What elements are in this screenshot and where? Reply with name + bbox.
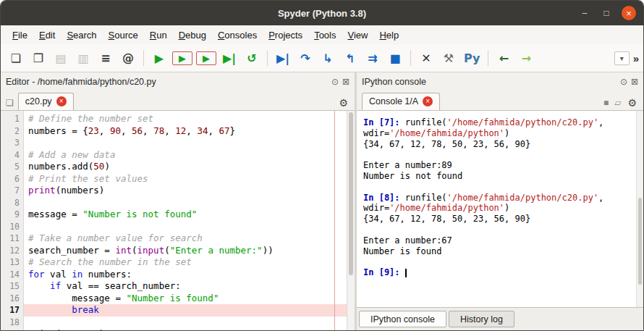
- spyder-window: Spyder (Python 3.8) – □ × File Edit Sear…: [0, 0, 644, 331]
- new-file-icon[interactable]: ❏: [5, 49, 27, 67]
- code-line[interactable]: # Search the number in the set: [28, 256, 347, 269]
- editor-tab-bar: ❏ c20.py × ⚙: [1, 90, 355, 110]
- code-line[interactable]: print(numbers): [28, 185, 347, 197]
- run-cell-icon[interactable]: ▶: [172, 51, 192, 65]
- code-line[interactable]: # Add a new data: [28, 149, 347, 162]
- file-switcher-icon[interactable]: ≡: [95, 49, 116, 67]
- continue-execution-icon[interactable]: ⇉: [362, 49, 384, 67]
- console-tab-close-icon[interactable]: ×: [423, 96, 433, 106]
- tab-label: c20.py: [25, 96, 52, 106]
- console-options-icon[interactable]: ⚙: [624, 97, 640, 110]
- maximize-button[interactable]: □: [600, 7, 613, 20]
- line-number: 6: [14, 173, 20, 185]
- editor-pane-title: Editor - /home/fahmida/python/c20.py: [6, 77, 331, 87]
- console-undock-icon[interactable]: ⊙: [620, 77, 627, 87]
- console-pane-header: IPython console ⊙ ⊠: [357, 72, 643, 90]
- code-line[interactable]: message = "Number is not found": [28, 209, 347, 221]
- rerun-cell-icon[interactable]: ↺: [241, 49, 263, 67]
- debug-file-icon[interactable]: ▶|: [272, 49, 294, 67]
- code-line[interactable]: # Take a number value for search: [28, 232, 347, 245]
- console-line: wdir='/home/fahmida/python'): [363, 128, 642, 139]
- code-line[interactable]: break: [24, 304, 347, 317]
- forward-icon[interactable]: →: [515, 49, 537, 67]
- code-line[interactable]: [28, 221, 347, 233]
- menu-consoles[interactable]: Consoles: [212, 28, 263, 43]
- tab-ipython-console[interactable]: IPython console: [359, 311, 446, 327]
- menu-edit[interactable]: Edit: [33, 28, 61, 43]
- console-output[interactable]: In [7]: runfile('/home/fahmida/python/c2…: [357, 110, 643, 307]
- pythonpath-manager-icon[interactable]: Py: [460, 49, 483, 67]
- menu-debug[interactable]: Debug: [173, 28, 212, 43]
- maximize-pane-icon[interactable]: ✕: [415, 49, 437, 67]
- stop-debug-icon[interactable]: ■: [384, 49, 406, 67]
- editor-undock-icon[interactable]: ⊙: [331, 77, 339, 87]
- tab-close-icon[interactable]: ×: [56, 96, 67, 106]
- toolbar-right: ▾ »: [610, 51, 639, 65]
- run-cell-advance-icon[interactable]: ▶: [196, 51, 216, 65]
- tab-console-1a[interactable]: Console 1/A ×: [362, 93, 440, 110]
- code-line[interactable]: # Print the set values: [28, 173, 347, 185]
- menu-search[interactable]: Search: [61, 28, 102, 43]
- code-line[interactable]: numbers.add(50): [28, 161, 347, 173]
- browse-tabs-icon[interactable]: ❏: [4, 98, 16, 110]
- close-button[interactable]: ×: [622, 6, 636, 20]
- console-bottom-tabs: IPython console History log: [357, 307, 643, 330]
- code-line[interactable]: [28, 197, 347, 209]
- console-line: In [8]: runfile('/home/fahmida/python/c2…: [363, 193, 642, 204]
- toolbar-separator: [143, 50, 144, 66]
- save-file-icon[interactable]: ▤: [50, 49, 72, 67]
- code-line[interactable]: print(message): [28, 328, 347, 330]
- menu-run[interactable]: Run: [144, 28, 173, 43]
- line-number: 2: [14, 125, 20, 138]
- editor-scrollbar-handle[interactable]: [349, 112, 353, 275]
- console-scrollbar-handle[interactable]: [638, 198, 642, 285]
- line-number: 15: [9, 280, 20, 293]
- code-line[interactable]: numbers = {23, 90, 56, 78, 12, 34, 67}: [28, 125, 347, 138]
- code-area[interactable]: # Define the number setnumbers = {23, 90…: [24, 111, 347, 330]
- menu-source[interactable]: Source: [103, 28, 144, 43]
- toolbar-overflow-icon[interactable]: »: [633, 52, 639, 64]
- open-file-icon[interactable]: ❐: [27, 49, 49, 67]
- code-line[interactable]: [28, 317, 347, 329]
- menu-tools[interactable]: Tools: [308, 28, 342, 43]
- editor-close-pane-icon[interactable]: ⊠: [342, 77, 349, 87]
- menu-projects[interactable]: Projects: [263, 28, 308, 43]
- run-file-icon[interactable]: ▶: [148, 49, 170, 67]
- code-line[interactable]: if val == search_number:: [28, 280, 347, 293]
- line-number: 13: [9, 256, 20, 269]
- line-number: 17: [9, 304, 20, 317]
- ipython-prompt: In [7]:: [363, 117, 405, 127]
- back-icon[interactable]: ←: [493, 49, 514, 67]
- console-line: In [7]: runfile('/home/fahmida/python/c2…: [363, 117, 642, 128]
- window-titlebar[interactable]: Spyder (Python 3.8) – □ ×: [1, 1, 643, 25]
- console-scrollbar[interactable]: [636, 111, 643, 307]
- toolbar-dropdown[interactable]: ▾: [614, 51, 630, 65]
- menu-file[interactable]: File: [7, 28, 33, 43]
- save-all-icon[interactable]: ▥: [72, 49, 94, 67]
- code-line[interactable]: search_number = int(input("Enter a numbe…: [28, 245, 347, 257]
- editor-scrollbar[interactable]: [347, 111, 355, 330]
- remove-variables-icon[interactable]: ▱: [611, 98, 624, 110]
- line-number: 9: [14, 209, 20, 221]
- step-into-icon[interactable]: ↳: [317, 49, 339, 67]
- menu-help[interactable]: Help: [373, 28, 404, 43]
- code-line[interactable]: message = "Number is found": [28, 293, 347, 305]
- line-number: 7: [14, 185, 20, 197]
- minimize-button[interactable]: –: [578, 7, 591, 20]
- interrupt-kernel-icon[interactable]: ■: [601, 98, 611, 110]
- tab-history-log[interactable]: History log: [449, 311, 514, 327]
- menu-view[interactable]: View: [342, 28, 373, 43]
- symbol-finder-icon[interactable]: @: [117, 49, 139, 67]
- run-selection-icon[interactable]: ▶|: [219, 49, 240, 67]
- step-return-icon[interactable]: ↰: [339, 49, 361, 67]
- editor-options-icon[interactable]: ⚙: [335, 97, 352, 110]
- console-close-pane-icon[interactable]: ⊠: [631, 77, 638, 87]
- console-pane-title: IPython console: [362, 77, 620, 87]
- preferences-wrench-icon[interactable]: ⚒: [438, 49, 459, 67]
- code-line[interactable]: [28, 137, 347, 149]
- code-line[interactable]: # Define the number set: [28, 113, 347, 125]
- code-line[interactable]: for val in numbers:: [28, 269, 347, 281]
- step-over-icon[interactable]: ↷: [295, 49, 316, 67]
- console-line: In [9]:: [363, 267, 642, 278]
- tab-c20-py[interactable]: c20.py ×: [18, 93, 74, 110]
